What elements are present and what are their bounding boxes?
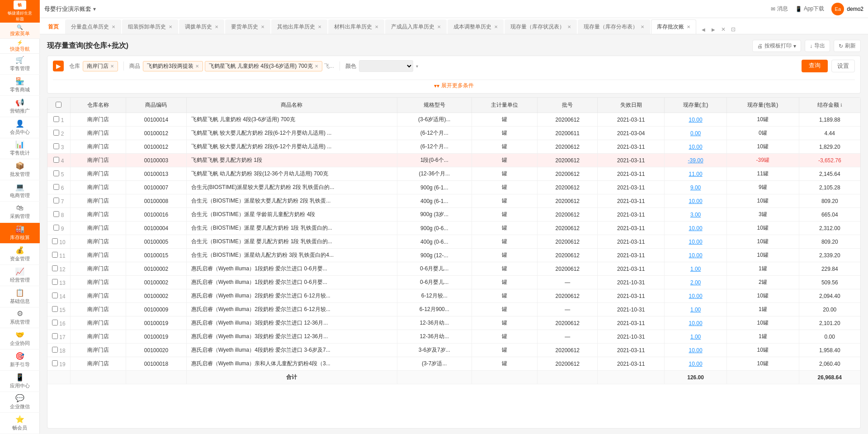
sidebar-item-purchase[interactable]: 🛍 采购管理 [0,202,40,223]
refresh-button[interactable]: ↻ 刷新 [834,40,861,52]
product-tag-close-2[interactable]: ✕ [315,64,318,69]
th-checkbox[interactable] [47,98,70,113]
cell-qty-main[interactable]: 10.00 [665,113,727,127]
select-all-checkbox[interactable] [56,102,61,108]
cell-checkbox[interactable]: 15 [47,303,70,316]
cell-checkbox[interactable]: 6 [47,181,70,194]
tab-cai-liao-close[interactable]: ✕ [375,24,378,29]
tab-yao-huo[interactable]: 要货单历史 ✕ [225,19,270,34]
topbar-message[interactable]: ✉ 消息 [771,5,788,13]
tab-kucun-pi[interactable]: 库存批次账 ✕ [651,19,696,34]
cell-checkbox[interactable]: 4 [47,154,70,167]
row-checkbox[interactable] [53,143,59,149]
cell-qty-main[interactable]: 1.00 [665,262,727,276]
cell-qty-main[interactable]: 10.00 [665,222,727,235]
tab-zu-chai-close[interactable]: ✕ [169,24,172,29]
sidebar-item-shop[interactable]: 🏪 零售商城 [0,75,40,96]
cell-checkbox[interactable]: 9 [47,222,70,235]
row-checkbox[interactable] [52,360,58,366]
topbar-user[interactable]: Ea demo2 [831,3,863,15]
cell-qty-main[interactable]: 3.00 [665,208,727,222]
cell-qty-main[interactable]: 1.00 [665,303,727,316]
cell-checkbox[interactable]: 11 [47,249,70,262]
row-checkbox[interactable] [52,265,58,271]
cell-qty-main[interactable]: 0.00 [665,127,727,140]
tab-kucun-pi-close[interactable]: ✕ [687,24,690,29]
tab-diao-bo-close[interactable]: ✕ [215,24,218,29]
sidebar-search[interactable]: 🔍 搜索英单 [0,23,40,39]
tab-diao-bo[interactable]: 调拨单历史 ✕ [179,19,224,34]
row-checkbox[interactable] [52,252,58,258]
topbar-dropdown[interactable]: ▾ [93,6,96,12]
row-checkbox[interactable] [52,279,58,285]
tab-home[interactable]: 首页 [42,19,64,34]
sidebar-item-finance[interactable]: 💰 资金管理 [0,244,40,265]
tab-yao-huo-close[interactable]: ✕ [261,24,264,29]
sidebar-item-member2[interactable]: ⭐ 畅会员 [0,413,40,434]
cell-qty-main[interactable]: 10.00 [665,316,727,330]
row-checkbox[interactable] [53,211,59,217]
tab-qi-ta-chu-close[interactable]: ✕ [318,24,321,29]
tab-cheng-ben[interactable]: 成本调整单历史 ✕ [448,19,504,34]
sidebar-item-appstore[interactable]: 📱 应用中心 [0,371,40,392]
tab-kucun-zhuang[interactable]: 现存量（库存状况表） ✕ [505,19,577,34]
sidebar-item-wechat[interactable]: 💬 企业微信 [0,392,40,413]
tab-qi-ta-chu[interactable]: 其他出库单历史 ✕ [271,19,327,34]
cell-qty-main[interactable]: 10.00 [665,289,727,303]
tab-cai-liao[interactable]: 材料出库单历史 ✕ [328,19,384,34]
cell-qty-main[interactable]: 11.00 [665,167,727,181]
product-tag-1[interactable]: 飞鹤奶粉3段两提装 ✕ [143,61,203,71]
sidebar-item-newguide[interactable]: 🎯 新手引导 [0,349,40,371]
cell-checkbox[interactable]: 19 [47,357,70,371]
topbar-app-download[interactable]: 📱 App下载 [795,5,824,13]
cell-qty-main[interactable]: 10.00 [665,249,727,262]
cell-qty-main[interactable]: 10.00 [665,235,727,249]
sidebar-item-wholesale[interactable]: 📦 批发管理 [0,159,40,180]
cell-qty-main[interactable]: 10.00 [665,194,727,208]
row-checkbox[interactable] [52,238,58,244]
tab-kucun-fen[interactable]: 现存量（库存分布表） ✕ [578,19,650,34]
sidebar-logo[interactable]: 畅 畅捷通好生意 标题 [0,0,40,23]
sidebar-item-system[interactable]: ⚙ 系统管理 [0,307,40,329]
sidebar-item-ecommerce[interactable]: 💻 电商管理 [0,180,40,202]
product-filter-more[interactable]: 飞... [324,62,334,70]
row-checkbox[interactable] [53,170,59,176]
product-tag-2[interactable]: 飞鹤星飞帆 儿童奶粉 4段(3-6岁适用) 700克 ✕ [205,61,322,71]
cell-qty-main[interactable]: 9.00 [665,181,727,194]
tab-next-arrow[interactable]: ▶ [709,25,718,34]
tab-prev-arrow[interactable]: ◀ [699,25,708,34]
cell-checkbox[interactable]: 7 [47,194,70,208]
cell-checkbox[interactable]: 2 [47,127,70,140]
row-checkbox[interactable] [52,347,58,353]
sidebar-item-warehouse[interactable]: 🏭 库存核算 [0,223,40,244]
cell-checkbox[interactable]: 18 [47,344,70,357]
color-filter-select[interactable] [359,60,413,72]
cell-checkbox[interactable]: 1 [47,113,70,127]
cell-qty-main[interactable]: 1.00 [665,330,727,344]
tab-zu-chai[interactable]: 组装拆卸单历史 ✕ [122,19,178,34]
cell-checkbox[interactable]: 3 [47,140,70,154]
cell-qty-main[interactable]: 10.00 [665,344,727,357]
cell-checkbox[interactable]: 14 [47,289,70,303]
tab-fen-pan-close[interactable]: ✕ [112,24,115,29]
sidebar-item-stats[interactable]: 📊 零售统计 [0,138,40,160]
filter-expand-btn[interactable]: ▾▾ 展开更多条件 [53,80,855,90]
cell-qty-main[interactable]: 10.00 [665,140,727,154]
sidebar-item-basic[interactable]: 📋 基础信息 [0,286,40,307]
cell-checkbox[interactable]: 13 [47,276,70,289]
warehouse-tag-close[interactable]: ✕ [110,64,114,69]
sidebar-quicknav[interactable]: ⚡ 快捷导航 [0,39,40,53]
sidebar-item-marketing[interactable]: 📢 营销推广 [0,96,40,117]
sidebar-item-enterprise[interactable]: 🤝 企业协同 [0,328,40,349]
tab-kucun-fen-close[interactable]: ✕ [641,24,644,29]
row-checkbox[interactable] [53,184,59,190]
row-checkbox[interactable] [52,320,58,326]
row-checkbox[interactable] [53,130,59,136]
row-checkbox[interactable] [53,157,59,163]
tab-chan-pin[interactable]: 产成品入库单历史 ✕ [385,19,447,34]
sidebar-item-retail[interactable]: 🛒 零售管理 [0,54,40,75]
cell-checkbox[interactable]: 8 [47,208,70,222]
cell-qty-main[interactable]: -39.00 [665,154,727,167]
export-button[interactable]: ↓ 导出 [805,40,830,52]
cell-checkbox[interactable]: 10 [47,235,70,249]
